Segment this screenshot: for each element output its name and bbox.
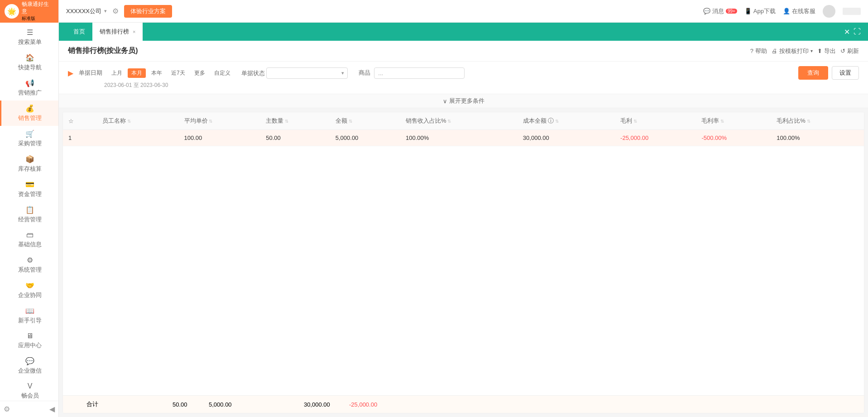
th-margin_rate[interactable]: 毛利率 xyxy=(696,112,771,130)
table-wrap: ☆员工名称平均单价主数量全额销售收入占比%成本全额 ⓘ毛利毛利率毛利占比% 11… xyxy=(62,112,864,413)
sidebar-item-search[interactable]: ☰ 搜索菜单 xyxy=(0,24,58,50)
tab-sales-ranking[interactable]: 销售排行榜 × xyxy=(92,23,143,41)
apps-icon: 🖥 xyxy=(26,332,34,340)
goods-filter-wrap: 商品 ... xyxy=(359,67,465,79)
user-name-placeholder xyxy=(843,8,861,15)
download-icon: 📱 xyxy=(744,8,752,14)
sidebar-item-label-sales: 销售管理 xyxy=(18,114,42,122)
basics-icon: 🗃 xyxy=(26,231,34,239)
expand-btn[interactable]: ∨ 展开更多条件 xyxy=(443,97,484,105)
footer-margin: -25,000.00 xyxy=(349,401,377,408)
th-sales_pct[interactable]: 销售收入占比% xyxy=(400,112,518,130)
main-area: XXXXXX公司 ▾ ⚙ 体验行业方案 💬 消息 99+ 📱 App下载 👤 在… xyxy=(59,0,868,417)
th-name[interactable]: 员工名称 xyxy=(97,112,179,130)
sidebar-item-inventory[interactable]: 📦 库存核算 xyxy=(0,151,58,177)
td-name xyxy=(97,130,179,146)
message-icon: 💬 xyxy=(703,8,710,14)
sidebar-item-marketing[interactable]: 📢 营销推广 xyxy=(0,75,58,101)
template-print-btn[interactable]: 🖨 按模板打印 ▾ xyxy=(772,47,813,55)
th-margin_pct[interactable]: 毛利占比% xyxy=(771,112,864,130)
expand-label: 展开更多条件 xyxy=(449,97,484,105)
purchase-icon: 🛒 xyxy=(25,129,34,138)
td-avg_price: 100.00 xyxy=(179,130,261,146)
tab-close-window-icon[interactable]: ✕ xyxy=(844,28,850,36)
sidebar-item-label-search: 搜索菜单 xyxy=(18,38,42,46)
date-tab-more[interactable]: 更多 xyxy=(191,68,209,78)
td-margin: -25,000.00 xyxy=(615,130,696,146)
date-tab-custom[interactable]: 自定义 xyxy=(211,68,234,78)
footer-qty-cell: 50.00 xyxy=(173,401,209,408)
export-btn[interactable]: ⬆ 导出 xyxy=(817,47,836,55)
online-service-btn[interactable]: 👤 在线客服 xyxy=(783,7,815,15)
refresh-btn[interactable]: ↺ 刷新 xyxy=(840,47,859,55)
sidebar-item-operations[interactable]: 📋 经营管理 xyxy=(0,202,58,227)
export-label: 导出 xyxy=(824,47,836,55)
sidebar: 🌟 畅康通好生意 标准版 ☰ 搜索菜单 🏠 快捷导航 📢 营销推广 💰 销售管理… xyxy=(0,0,59,417)
sidebar-item-basics[interactable]: 🗃 基础信息 xyxy=(0,227,58,252)
export-icon: ⬆ xyxy=(817,48,822,54)
status-select[interactable] xyxy=(266,67,348,79)
query-btn[interactable]: 查询 xyxy=(798,66,828,80)
date-tab-thisyear[interactable]: 本年 xyxy=(148,68,166,78)
th-margin[interactable]: 毛利 xyxy=(615,112,696,130)
status-filter-wrap: 单据状态 xyxy=(241,67,348,79)
industry-btn[interactable]: 体验行业方案 xyxy=(124,5,172,18)
sidebar-item-guide[interactable]: 📖 新手引导 xyxy=(0,303,58,328)
sidebar-item-system[interactable]: ⚙ 系统管理 xyxy=(0,252,58,278)
sidebar-item-label-operations: 经营管理 xyxy=(18,216,42,224)
user-avatar[interactable] xyxy=(823,5,835,18)
service-icon: 👤 xyxy=(783,8,790,14)
topbar-right: 💬 消息 99+ 📱 App下载 👤 在线客服 xyxy=(703,5,861,18)
message-btn[interactable]: 💬 消息 99+ xyxy=(703,7,737,15)
sidebar-item-label-wechat: 企业微信 xyxy=(18,367,42,375)
th-avg_price[interactable]: 平均单价 xyxy=(179,112,261,130)
footer-qty: 50.00 xyxy=(173,401,187,408)
refresh-icon: ↺ xyxy=(840,48,845,54)
date-tab-7days[interactable]: 近7天 xyxy=(168,68,189,78)
footer-total-label: 合计 xyxy=(86,401,98,407)
status-select-wrap xyxy=(266,67,348,79)
table-body: 1100.0050.005,000.00100.00%30,000.00-25,… xyxy=(63,130,864,146)
logo-icon: 🌟 xyxy=(5,4,19,19)
search-icon: ☰ xyxy=(27,28,33,37)
goods-ellipsis: ... xyxy=(378,70,383,77)
sales-icon: 💰 xyxy=(25,104,34,113)
collapse-icon[interactable]: ◀ xyxy=(49,405,55,413)
tab-active-label: 销售排行榜 xyxy=(100,28,129,36)
filter-row-1: ▶ 单据日期 上月 本月 本年 近7天 更多 自定义 单据状态 xyxy=(68,66,859,80)
tabbar-right: ✕ ⛶ xyxy=(844,28,861,36)
app-download-btn[interactable]: 📱 App下载 xyxy=(744,7,776,15)
expand-icon: ∨ xyxy=(443,98,447,105)
help-icon: ? xyxy=(750,48,753,54)
company-dropdown-icon: ▾ xyxy=(104,8,107,14)
tab-close-icon[interactable]: × xyxy=(133,29,135,34)
filter-bar: ▶ 单据日期 上月 本月 本年 近7天 更多 自定义 单据状态 xyxy=(59,62,868,94)
company-selector[interactable]: XXXXXX公司 ▾ xyxy=(66,7,107,15)
td-margin_rate: -500.00% xyxy=(696,130,771,146)
sidebar-item-shortcut[interactable]: 🏠 快捷导航 xyxy=(0,50,58,75)
sidebar-item-apps[interactable]: 🖥 应用中心 xyxy=(0,328,58,353)
tab-maximize-icon[interactable]: ⛶ xyxy=(854,28,861,36)
th-cost[interactable]: 成本全额 ⓘ xyxy=(518,112,615,130)
th-qty[interactable]: 主数量 xyxy=(260,112,330,130)
th-amount[interactable]: 全额 xyxy=(330,112,400,130)
settings-gear-icon[interactable]: ⚙ xyxy=(112,7,119,15)
settings-icon[interactable]: ⚙ xyxy=(4,405,10,413)
date-tab-thismonth[interactable]: 本月 xyxy=(128,68,146,78)
sidebar-item-sales[interactable]: 💰 销售管理 xyxy=(0,101,58,126)
filter-toggle-icon[interactable]: ▶ xyxy=(68,69,73,77)
tab-home[interactable]: 首页 xyxy=(66,23,92,41)
message-label: 消息 xyxy=(712,7,724,15)
sidebar-item-purchase[interactable]: 🛒 采购管理 xyxy=(0,126,58,151)
sidebar-item-collab[interactable]: 🤝 企业协同 xyxy=(0,278,58,303)
setting-btn[interactable]: 设置 xyxy=(832,66,859,80)
page-title: 销售排行榜(按业务员) xyxy=(68,46,138,56)
sidebar-item-wechat[interactable]: 💬 企业微信 xyxy=(0,353,58,379)
sidebar-item-label-guide: 新手引导 xyxy=(18,316,42,325)
date-tab-lastmonth[interactable]: 上月 xyxy=(108,68,126,78)
sidebar-item-finance[interactable]: 💳 资金管理 xyxy=(0,177,58,202)
sidebar-item-member[interactable]: V 畅会员 xyxy=(0,379,58,401)
help-btn[interactable]: ? 帮助 xyxy=(750,47,767,55)
sidebar-footer: ⚙ ◀ xyxy=(0,401,58,417)
goods-input-box[interactable]: ... xyxy=(374,67,465,79)
